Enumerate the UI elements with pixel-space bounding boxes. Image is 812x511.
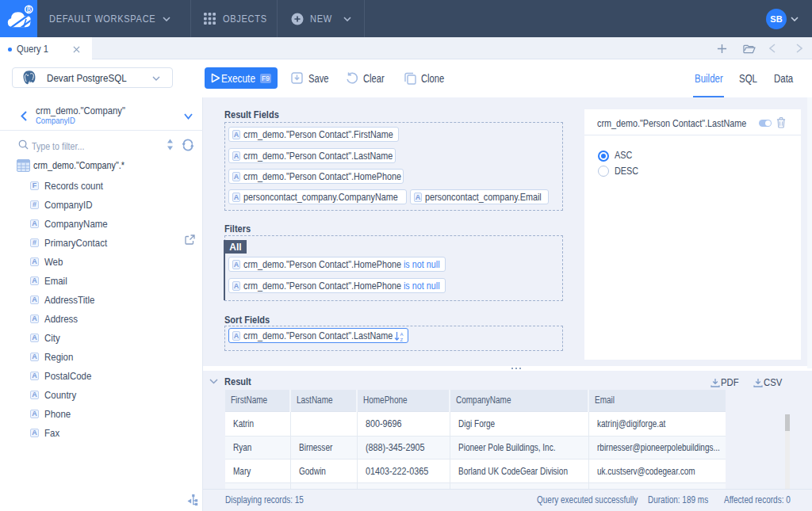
svg-text:A: A (400, 332, 404, 337)
svg-text:Z: Z (400, 337, 404, 342)
svg-text:β: β (27, 6, 31, 13)
